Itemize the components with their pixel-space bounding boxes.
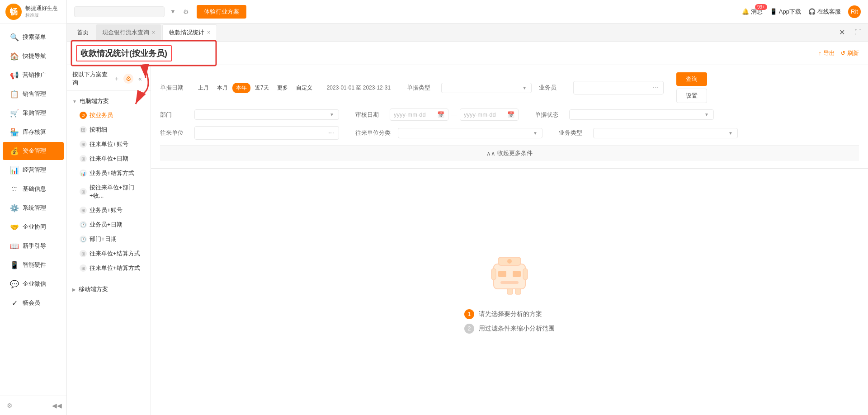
member-icon: ✓ [10, 298, 19, 307]
biz-type-label: 业务类型 [559, 129, 586, 137]
query-button[interactable]: 查询 [676, 72, 707, 86]
doc-status-select[interactable]: ▼ [569, 109, 714, 120]
refresh-btn[interactable]: ↺ 刷新 [840, 49, 859, 57]
sidebar-item-system[interactable]: ⚙️ 系统管理 [3, 199, 64, 217]
scheme-item-salesman-date[interactable]: 🕐 业务员+日期 [67, 217, 151, 232]
sidebar-item-label: 快捷导航 [23, 52, 46, 60]
item-icon-salesman: ↺ [80, 112, 87, 119]
calendar-icon-end[interactable]: 📅 [507, 111, 514, 118]
finance-icon: 💰 [10, 146, 19, 156]
sidebar-item-cooperation[interactable]: 🤝 企业协同 [3, 218, 64, 236]
sidebar-item-member[interactable]: ✓ 畅会员 [3, 294, 64, 312]
sidebar-item-hardware[interactable]: 📱 智能硬件 [3, 256, 64, 274]
scheme-item-unit-date[interactable]: ⊞ 往来单位+日期 [67, 151, 151, 166]
export-btn[interactable]: ↑ 导出 [819, 49, 835, 57]
svg-rect-5 [523, 269, 528, 280]
biz-type-select[interactable]: ▼ [593, 128, 738, 138]
side-panel-header: 按以下方案查询 + ⚙ « [67, 65, 151, 91]
dept-select[interactable]: ▼ [194, 109, 339, 120]
sidebar-item-purchase[interactable]: 🛒 采购管理 [3, 104, 64, 122]
maximize-icon[interactable]: ⛶ [852, 26, 864, 39]
sidebar-item-label: 库存核算 [23, 128, 46, 136]
salesman-select[interactable]: ··· [573, 81, 664, 94]
sidebar-item-guide[interactable]: 📖 新手引导 [3, 237, 64, 255]
section-arrow-down: ▼ [72, 99, 77, 104]
filter-row-1: 单据日期 上月 本月 本年 近7天 更多 自定义 2023-01-01 至 20… [160, 72, 859, 103]
settings-bottom-icon[interactable]: ⚙ [5, 401, 14, 410]
sidebar-item-sales[interactable]: 📋 销售管理 [3, 85, 64, 103]
sidebar-item-inventory[interactable]: 🏪 库存核算 [3, 123, 64, 141]
sidebar-item-operation[interactable]: 📊 经营管理 [3, 161, 64, 179]
counterpart-type-select[interactable]: ▼ [398, 128, 542, 138]
tab-home[interactable]: 首页 [71, 24, 95, 41]
scheme-section-mobile: ▶ 移动端方案 [67, 279, 151, 300]
main-area: ▼ ⚙ 体验行业方案 🔔 消息 99+ 📱 App下载 🎧 在线客服 Rit [67, 0, 868, 415]
add-scheme-icon[interactable]: + [112, 74, 122, 84]
audit-date-start[interactable]: yyyy-mm-dd 📅 [390, 108, 448, 121]
scheme-item-salesman-account[interactable]: ⊞ 业务员+账号 [67, 203, 151, 217]
page-header: 收款情况统计(按业务员) ↑ 导出 ↺ 刷新 [67, 42, 868, 65]
collapse-filter-btn[interactable]: ∧∧ 收起更多条件 [160, 145, 859, 161]
scheme-section-title-mobile[interactable]: ▶ 移动端方案 [67, 283, 151, 296]
audit-date-end[interactable]: yyyy-mm-dd 📅 [460, 108, 519, 121]
scheme-item-dept-date[interactable]: 🕐 部门+日期 [67, 232, 151, 246]
date-separator: — [451, 111, 457, 118]
app-download-btn[interactable]: 📱 App下载 [770, 8, 801, 16]
gear-icon[interactable]: ⚙ [181, 7, 191, 17]
sidebar-item-finance[interactable]: 💰 资金管理 [3, 142, 64, 160]
scheme-section-title-pc[interactable]: ▼ 电脑端方案 [67, 94, 151, 108]
date-tab-lastmonth[interactable]: 上月 [194, 83, 212, 93]
date-tab-7days[interactable]: 近7天 [251, 83, 273, 93]
sidebar-item-label: 智能硬件 [23, 261, 46, 269]
purchase-icon: 🛒 [10, 108, 19, 118]
sidebar-nav: 🔍 搜索菜单 🏠 快捷导航 📢 营销推广 📋 销售管理 🛒 采购管理 🏪 库存核… [0, 24, 66, 396]
scheme-item-unit-settlement1[interactable]: ⊞ 往来单位+结算方式 [67, 246, 151, 261]
tab-actions: ✕ ⛶ [835, 26, 864, 39]
trial-btn[interactable]: 体验行业方案 [197, 5, 246, 19]
scheme-item-detail[interactable]: ⊞ 按明细 [67, 123, 151, 137]
sidebar-item-wechat[interactable]: 💬 企业微信 [3, 275, 64, 293]
counterpart-select[interactable]: ··· [194, 126, 339, 140]
online-service-btn[interactable]: 🎧 在线客服 [808, 8, 841, 16]
messages-btn[interactable]: 🔔 消息 99+ [742, 8, 763, 16]
close-window-icon[interactable]: ✕ [835, 26, 848, 39]
date-tab-more[interactable]: 更多 [274, 83, 292, 93]
date-tab-thisyear[interactable]: 本年 [232, 83, 250, 93]
item-icon-clock2: 🕐 [80, 236, 87, 243]
doc-type-select[interactable]: ▼ [441, 83, 532, 93]
item-icon-grid4: ⊞ [80, 207, 87, 214]
tab-cashflow-close[interactable]: × [152, 29, 155, 36]
sidebar-item-basic[interactable]: 🗂 基础信息 [3, 180, 64, 198]
scheme-item-salesman[interactable]: ↺ 按业务员 [67, 108, 151, 123]
filter-area: 单据日期 上月 本月 本年 近7天 更多 自定义 2023-01-01 至 20… [151, 65, 868, 169]
salesman-more-icon[interactable]: ··· [653, 84, 659, 92]
sidebar-item-marketing[interactable]: 📢 营销推广 [3, 66, 64, 84]
counterpart-more-icon[interactable]: ··· [328, 129, 334, 137]
breadcrumb-input[interactable] [74, 6, 165, 17]
svg-point-7 [507, 259, 512, 264]
content-area: 按以下方案查询 + ⚙ « ▼ 电脑端方案 ↺ 按业务员 ⊞ 按 [67, 65, 868, 415]
empty-step-2: 2 用过滤条件来缩小分析范围 [464, 324, 555, 334]
settings-button[interactable]: 设置 [676, 89, 707, 103]
user-avatar[interactable]: Rit [848, 5, 861, 18]
sidebar-item-quicknav[interactable]: 🏠 快捷导航 [3, 47, 64, 65]
tab-cashflow[interactable]: 现金银行流水查询 × [96, 24, 161, 41]
doc-type-chevron: ▼ [522, 85, 527, 90]
scheme-item-salesman-settlement[interactable]: 📊 业务员+结算方式 [67, 166, 151, 180]
scheme-item-unit-dept[interactable]: ⊞ 按往来单位+部门+收... [67, 180, 151, 203]
scheme-item-unit-settlement2[interactable]: ⊞ 往来单位+结算方式 [67, 261, 151, 275]
scheme-settings-icon[interactable]: ⚙ [123, 74, 133, 84]
download-icon: 📱 [770, 8, 777, 15]
tab-collections[interactable]: 收款情况统计 × [162, 24, 217, 41]
sidebar-item-label: 资金管理 [23, 147, 46, 155]
date-tab-custom[interactable]: 自定义 [292, 83, 316, 93]
tab-collections-close[interactable]: × [207, 29, 210, 36]
calendar-icon-start[interactable]: 📅 [437, 111, 444, 118]
date-tab-thismonth[interactable]: 本月 [213, 83, 231, 93]
collapse-panel-icon[interactable]: « [135, 74, 145, 84]
scheme-item-unit-account[interactable]: ⊞ 往来单位+账号 [67, 137, 151, 151]
dropdown-icon[interactable]: ▼ [170, 8, 176, 15]
logo-icon: 畅 [5, 4, 22, 20]
sidebar-item-search[interactable]: 🔍 搜索菜单 [3, 28, 64, 46]
collapse-sidebar-icon[interactable]: ◀◀ [52, 401, 62, 410]
